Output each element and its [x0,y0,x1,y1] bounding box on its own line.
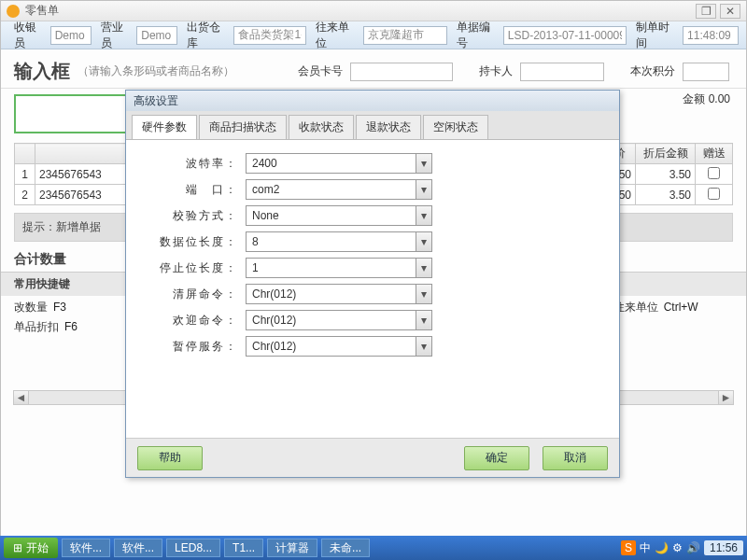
tab-3[interactable]: 退款状态 [356,115,421,139]
tab-2[interactable]: 收款状态 [289,115,354,139]
windows-icon: ⊞ [13,541,22,554]
cashier-field[interactable] [50,26,92,45]
field-label: 数据位长度： [143,234,246,250]
taskbar-app[interactable]: T1... [224,539,263,557]
taskbar: ⊞ 开始 软件...软件...LED8...T1...计算器未命... S 中 … [0,536,747,560]
cashier-label: 收银员 [14,20,47,51]
field-input[interactable] [246,153,416,174]
party-label: 往来单位 [316,20,359,51]
ok-button[interactable]: 确定 [464,446,529,470]
dialog-tabs: 硬件参数商品扫描状态收款状态退款状态空闲状态 [126,111,619,140]
dialog-body: 波特率：▾端 口：▾校验方式：▾数据位长度：▾停止位长度：▾清屏命令：▾欢迎命令… [126,140,619,438]
close-button[interactable]: ✕ [720,4,740,19]
gift-checkbox[interactable] [708,167,720,179]
window-title: 零售单 [25,3,692,19]
chevron-down-icon[interactable]: ▾ [416,231,432,252]
shortcut-item: 往来单位Ctrl+W [613,300,733,315]
ime-mode[interactable]: 中 [640,540,651,556]
tray-icon[interactable]: 🔊 [686,541,700,554]
member-field[interactable] [350,63,453,81]
taskbar-app[interactable]: 计算器 [267,539,317,557]
taskbar-items: 软件...软件...LED8...T1...计算器未命... [58,539,370,557]
field-input[interactable] [246,231,416,252]
field-label: 校验方式： [143,208,246,224]
chevron-down-icon[interactable]: ▾ [416,153,432,174]
scroll-left-icon[interactable]: ◄ [14,391,29,404]
field-input[interactable] [246,284,416,304]
field-input[interactable] [246,336,416,357]
chevron-down-icon[interactable]: ▾ [416,205,432,226]
field-label: 端 口： [143,182,246,198]
warehouse-field[interactable] [233,26,306,45]
field-select[interactable]: ▾ [246,284,432,304]
scroll-right-icon[interactable]: ► [718,391,733,404]
shortcut-item: 改数量F3 [14,300,134,315]
col-disc-amt: 折后金额 [636,144,696,164]
tab-1[interactable]: 商品扫描状态 [199,115,287,139]
restore-button[interactable]: ❐ [696,4,716,19]
form-row: 数据位长度：▾ [143,231,602,252]
field-select[interactable]: ▾ [246,310,432,330]
points-field[interactable] [683,63,729,81]
tab-0[interactable]: 硬件参数 [132,115,197,139]
chevron-down-icon[interactable]: ▾ [416,284,432,304]
input-title: 输入框 [14,59,70,84]
field-label: 暂停服务： [143,339,246,355]
form-row: 停止位长度：▾ [143,258,602,278]
dialog-buttons: 帮助 确定 取消 [126,438,619,477]
field-input[interactable] [246,258,416,278]
field-select[interactable]: ▾ [246,336,432,357]
tray-icon[interactable]: ⚙ [672,541,683,554]
chevron-down-icon[interactable]: ▾ [416,258,432,278]
field-select[interactable]: ▾ [246,205,432,226]
time-label: 制单时间 [636,20,679,51]
field-label: 欢迎命令： [143,313,246,329]
field-select[interactable]: ▾ [246,153,432,174]
field-select[interactable]: ▾ [246,179,432,200]
docno-label: 单据编号 [457,20,500,51]
start-button[interactable]: ⊞ 开始 [4,538,58,558]
time-field[interactable] [683,26,739,45]
input-header-row: 输入框 （请输入条形码或者商品名称） 会员卡号 持卡人 本次积分 [1,49,746,89]
party-field[interactable] [363,26,447,45]
points-label: 本次积分 [630,63,675,79]
ime-indicator[interactable]: S [621,540,636,555]
clock: 11:56 [704,540,743,555]
help-button[interactable]: 帮助 [137,446,203,470]
moon-icon: 🌙 [655,541,669,554]
col-idx [15,144,35,164]
taskbar-app[interactable]: LED8... [166,539,220,557]
field-input[interactable] [246,205,416,226]
taskbar-app[interactable]: 软件... [114,539,162,557]
gift-checkbox-cell [696,185,733,205]
sales-field[interactable] [136,26,177,45]
field-input[interactable] [246,310,416,330]
taskbar-app[interactable]: 未命... [321,539,370,557]
member-label: 会员卡号 [298,63,343,79]
form-row: 波特率：▾ [143,153,602,174]
gift-checkbox[interactable] [708,188,720,200]
taskbar-app[interactable]: 软件... [62,539,110,557]
holder-label: 持卡人 [479,63,513,79]
chevron-down-icon[interactable]: ▾ [416,336,432,357]
app-icon [7,5,20,18]
field-label: 停止位长度： [143,260,246,276]
field-select[interactable]: ▾ [246,258,432,278]
form-row: 清屏命令：▾ [143,284,602,304]
amount-readout: 金额 0.00 [683,91,730,107]
field-select[interactable]: ▾ [246,231,432,252]
chevron-down-icon[interactable]: ▾ [416,310,432,330]
tab-4[interactable]: 空闲状态 [423,115,488,139]
holder-field[interactable] [520,63,604,81]
docno-field[interactable] [503,26,627,45]
dialog-title: 高级设置 [126,91,619,111]
col-gift: 赠送 [696,144,733,164]
form-row: 端 口：▾ [143,179,602,200]
shortcut-item: 单品折扣F6 [14,319,134,335]
chevron-down-icon[interactable]: ▾ [416,179,432,200]
field-label: 清屏命令： [143,287,246,302]
cancel-button[interactable]: 取消 [543,446,608,470]
advanced-settings-dialog: 高级设置 硬件参数商品扫描状态收款状态退款状态空闲状态 波特率：▾端 口：▾校验… [125,90,620,478]
field-input[interactable] [246,179,416,200]
form-row: 校验方式：▾ [143,205,602,226]
